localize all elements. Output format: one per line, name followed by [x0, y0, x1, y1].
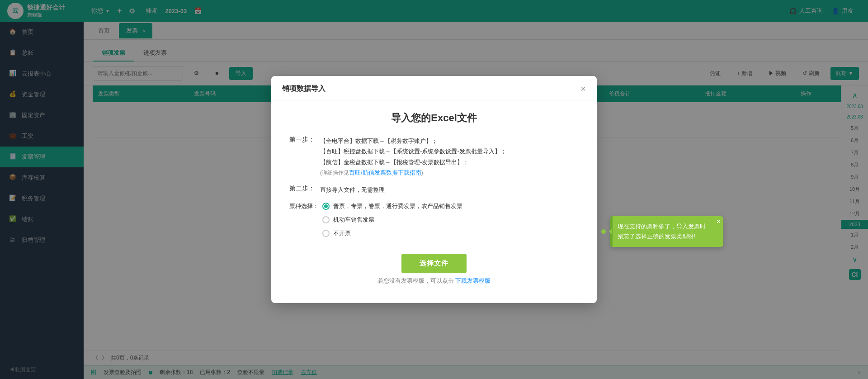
radio-dot-general	[324, 204, 328, 208]
tooltip-close-button[interactable]: ×	[717, 218, 721, 225]
step1-line3: 【航信】金税盘数据下载→【报税管理-发票数据导出】；	[320, 157, 506, 167]
tooltip-bubble: × 现在支持的票种多了，导入发票时别忘了选择正确的发票类型呀!	[610, 216, 723, 247]
step1-content: 【全电平台】数据下载→【税务数字账户】； 【百旺】税控盘数据下载→【系统设置-系…	[320, 136, 506, 178]
tooltip-arrow	[606, 228, 612, 235]
ticket-label: 票种选择：	[289, 202, 319, 210]
step2-row: 第二步： 直接导入文件，无需整理	[289, 185, 579, 195]
tooltip-connector-dot	[601, 229, 606, 234]
guide-link[interactable]: 百旺/航信发票数据下载指南	[349, 169, 421, 176]
step1-line1: 【全电平台】数据下载→【税务数字账户】；	[320, 136, 506, 146]
step1-note: (详细操作见百旺/航信发票数据下载指南)	[320, 167, 506, 178]
ticket-selection: 票种选择： 普票，专票，卷票，通行费发票，农产品销售发票 机动车销售发票	[289, 202, 579, 243]
step1-line2: 【百旺】税控盘数据下载→【系统设置-系统参数设置-发票批量导入】；	[320, 146, 506, 156]
radio-general[interactable]: 普票，专票，卷票，通行费发票，农产品销售发票	[322, 202, 462, 210]
step2-content: 直接导入文件，无需整理	[320, 185, 385, 195]
download-template-link[interactable]: 下载发票模版	[455, 277, 491, 284]
modal-import-title: 导入您的Excel文件	[289, 111, 579, 125]
modal-footer-note: 若您没有发票模版，可以点击 下载发票模版	[289, 277, 579, 294]
radio-circle-noticket	[322, 230, 330, 237]
step1-label: 第一步：	[289, 136, 316, 178]
modal-close-button[interactable]: ×	[580, 84, 586, 93]
radio-circle-motor	[322, 216, 330, 223]
step2-label: 第二步：	[289, 185, 316, 195]
modal-title: 销项数据导入	[282, 84, 326, 94]
radio-circle-general	[322, 203, 330, 210]
radio-motor[interactable]: 机动车销售发票	[322, 216, 462, 224]
modal-overlay[interactable]: 销项数据导入 × 导入您的Excel文件 第一步： 【全电平台】数据下载→【税务…	[0, 0, 868, 379]
modal-body: 导入您的Excel文件 第一步： 【全电平台】数据下载→【税务数字账户】； 【百…	[271, 100, 597, 303]
select-file-button[interactable]: 选择文件	[401, 254, 467, 273]
step1-row: 第一步： 【全电平台】数据下载→【税务数字账户】； 【百旺】税控盘数据下载→【系…	[289, 136, 579, 178]
modal-header: 销项数据导入 ×	[271, 76, 597, 100]
import-modal: 销项数据导入 × 导入您的Excel文件 第一步： 【全电平台】数据下载→【税务…	[271, 76, 597, 303]
radio-noticket[interactable]: 不开票	[322, 229, 462, 237]
